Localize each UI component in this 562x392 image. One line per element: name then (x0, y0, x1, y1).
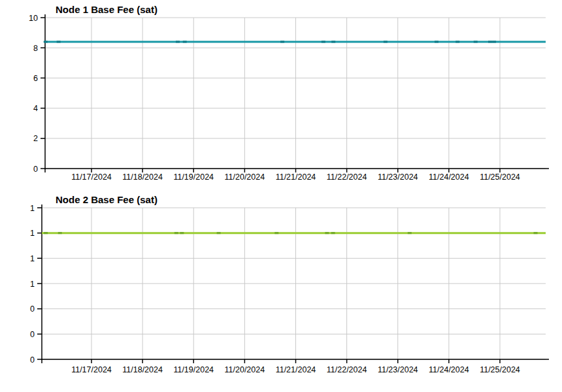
node1-chart-canvas: 024681011/17/202411/18/202411/19/202411/… (0, 0, 562, 189)
series-marker (331, 41, 335, 42)
series-marker (217, 232, 221, 234)
x-tick-label: 11/18/2024 (122, 172, 163, 182)
y-tick-label: 4 (33, 104, 38, 113)
y-tick-label: 1 (30, 229, 35, 238)
series-marker (474, 41, 478, 42)
x-tick-label: 11/23/2024 (378, 365, 418, 374)
y-tick-label: 0 (30, 355, 35, 365)
x-tick-label: 11/24/2024 (429, 172, 469, 182)
x-tick-label: 11/21/2024 (276, 172, 316, 182)
node2-base-fee-chart: Node 2 Base Fee (sat) 000111111/17/20241… (0, 189, 562, 392)
x-tick-label: 11/25/2024 (480, 365, 520, 374)
y-tick-label: 0 (30, 304, 35, 314)
series-marker (58, 232, 62, 234)
y-tick-label: 6 (33, 74, 38, 83)
series-marker (384, 41, 388, 42)
y-tick-label: 1 (30, 280, 35, 289)
x-tick-label: 11/25/2024 (480, 172, 520, 182)
series-marker (180, 232, 184, 234)
y-tick-label: 2 (33, 134, 38, 143)
series-marker (176, 41, 180, 42)
node1-base-fee-chart: Node 1 Base Fee (sat) 024681011/17/20241… (0, 0, 562, 189)
series-marker (455, 41, 459, 42)
y-tick-label: 8 (33, 44, 38, 53)
series-marker (331, 232, 335, 234)
series-marker (44, 41, 48, 42)
y-tick-label: 1 (30, 204, 35, 213)
x-tick-label: 11/23/2024 (378, 172, 418, 182)
x-tick-label: 11/18/2024 (122, 365, 163, 374)
series-marker (492, 41, 496, 42)
series-marker (57, 41, 61, 42)
x-tick-label: 11/20/2024 (225, 172, 265, 182)
x-tick-label: 11/22/2024 (327, 365, 367, 374)
series-marker (174, 232, 178, 234)
node2-chart-canvas: 000111111/17/202411/18/202411/19/202411/… (0, 189, 562, 392)
y-tick-label: 0 (33, 165, 38, 174)
y-tick-label: 0 (30, 330, 35, 339)
x-tick-label: 11/21/2024 (276, 365, 316, 374)
x-tick-label: 11/22/2024 (327, 172, 367, 182)
series-marker (274, 232, 278, 234)
series-marker (488, 41, 492, 42)
x-tick-label: 11/20/2024 (225, 365, 265, 374)
series-marker (325, 232, 329, 234)
series-marker (322, 41, 325, 42)
series-marker (534, 232, 538, 234)
series-marker (408, 232, 412, 234)
series-marker (183, 41, 187, 42)
charts-page: Node 1 Base Fee (sat) 024681011/17/20241… (0, 0, 562, 392)
y-tick-label: 1 (30, 254, 35, 263)
x-tick-label: 11/19/2024 (173, 365, 214, 374)
x-tick-label: 11/17/2024 (71, 172, 112, 182)
series-marker (44, 232, 48, 234)
x-tick-label: 11/24/2024 (429, 365, 469, 374)
x-tick-label: 11/19/2024 (173, 172, 214, 182)
series-marker (435, 41, 438, 42)
x-tick-label: 11/17/2024 (71, 365, 112, 374)
series-marker (280, 41, 284, 42)
y-tick-label: 10 (29, 14, 38, 23)
